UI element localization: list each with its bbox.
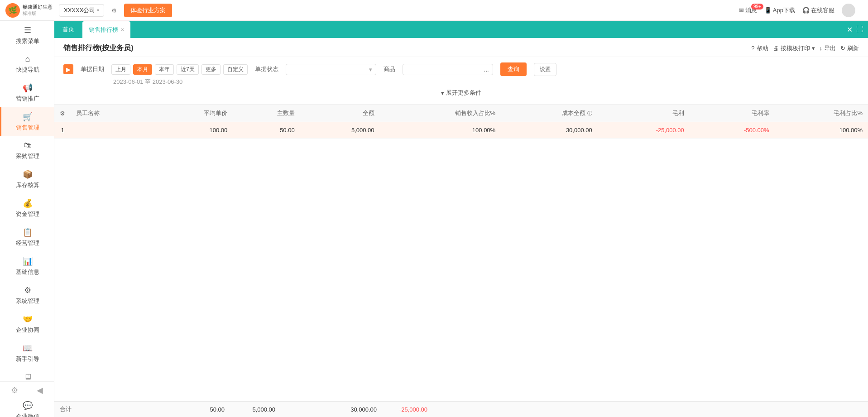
col-qty: 主数量 [233, 105, 300, 122]
avatar[interactable] [842, 4, 855, 17]
settings-page-button[interactable]: 设置 [534, 63, 556, 76]
goods-label: 商品 [384, 65, 395, 73]
print-button[interactable]: 🖨 按模板打印 ▾ [773, 44, 815, 53]
content-area: 首页 销售排行榜 × ✕ ⛶ 销售排行榜(按业务员) ? 帮助 [54, 21, 868, 417]
sidebar-label-wechat: 企业微信 [16, 412, 39, 417]
chevron-down-icon: ▾ [97, 8, 99, 13]
page-content: 销售排行榜(按业务员) ? 帮助 🖨 按模板打印 ▾ ↓ 导出 [54, 38, 868, 417]
sidebar-item-cooperation[interactable]: 🤝 企业协同 [0, 310, 54, 339]
export-icon: ↓ [820, 45, 823, 52]
tab-home[interactable]: 首页 [54, 21, 82, 38]
cell-rank: 1 [54, 122, 71, 139]
col-settings[interactable]: ⚙ [54, 105, 71, 122]
query-button[interactable]: 查询 [500, 62, 527, 76]
col-revenue-pct: 销售收入占比% [380, 105, 501, 122]
sidebar-item-inventory[interactable]: 📦 库存核算 [0, 165, 54, 194]
refresh-button[interactable]: ↻ 刷新 [840, 44, 859, 53]
wechat-icon: 💬 [23, 401, 33, 411]
filter-row: ▶ 单据日期 上月 本月 本年 近7天 更多 自定义 单据状态 ▾ [63, 62, 859, 76]
status-selector[interactable]: ▾ [286, 64, 376, 75]
app-label: App下载 [773, 6, 795, 14]
sidebar-item-marketing[interactable]: 📢 营销推广 [0, 78, 54, 107]
app-download-button[interactable]: 📱 App下载 [764, 6, 795, 14]
sidebar-item-management[interactable]: 📋 经营管理 [0, 223, 54, 252]
box-icon: 📦 [23, 169, 33, 179]
sidebar-label-guide: 新手引导 [16, 355, 39, 363]
date-btn-last-month[interactable]: 上月 [111, 64, 130, 75]
main-layout: ☰ 搜索菜单 ⌂ 快捷导航 📢 营销推广 🛒 销售管理 🛍 采购管理 📦 库存核… [0, 21, 868, 417]
cell-gross: -25,000.00 [598, 122, 690, 139]
table-footer: 合计 50.00 5,000.00 30,000.00 -25,000.00 [54, 401, 868, 417]
date-btn-custom[interactable]: 自定义 [223, 64, 248, 75]
date-btn-this-month[interactable]: 本月 [133, 64, 152, 75]
page-title: 销售排行榜(按业务员) [63, 43, 134, 53]
service-label: 在线客服 [811, 6, 834, 14]
monitor-icon: 🖥 [24, 372, 32, 382]
sidebar-item-guide[interactable]: 📖 新手引导 [0, 339, 54, 368]
maximize-icon[interactable]: ⛶ [856, 25, 863, 34]
filter-toggle-button[interactable]: ▶ [63, 64, 73, 74]
tab-sales-ranking[interactable]: 销售排行榜 × [82, 21, 130, 38]
table-container: ⚙ 员工名称 平均单价 主数量 全额 销售收入占比% 成本全额 ⓘ 毛利 [54, 105, 868, 401]
status-label: 单据状态 [255, 65, 278, 73]
settings-button[interactable]: ⚙ [108, 4, 120, 17]
sidebar-item-search[interactable]: ☰ 搜索菜单 [0, 21, 54, 50]
col-settings-icon: ⚙ [60, 110, 65, 117]
expand-conditions-button[interactable]: ▾ 展开更多条件 [441, 89, 481, 97]
message-icon: ✉ [739, 7, 744, 14]
goods-selector[interactable]: ... [403, 64, 493, 75]
sidebar-label-basicinfo: 基础信息 [16, 268, 39, 276]
sidebar-label-finance: 资金管理 [16, 210, 39, 218]
page-actions: ? 帮助 🖨 按模板打印 ▾ ↓ 导出 ↻ 刷新 [751, 44, 859, 53]
tab-close-icon[interactable]: × [121, 27, 124, 33]
help-button[interactable]: ? 帮助 [751, 44, 768, 53]
search-icon: ☰ [24, 25, 31, 35]
sidebar-label-marketing: 营销推广 [16, 95, 39, 103]
sidebar-label-cooperation: 企业协同 [16, 326, 39, 334]
date-btn-7days[interactable]: 近7天 [177, 64, 199, 75]
export-button[interactable]: ↓ 导出 [820, 44, 836, 53]
bag-icon: 🛍 [24, 141, 32, 150]
expand-row: ▾ 展开更多条件 [63, 86, 859, 99]
cell-revenue-pct: 100.00% [380, 122, 501, 139]
collapse-icon[interactable]: ◀ [37, 385, 43, 395]
minimize-icon[interactable]: ✕ [847, 25, 853, 34]
online-service-button[interactable]: 🎧 在线客服 [802, 6, 834, 14]
date-btn-this-year[interactable]: 本年 [155, 64, 174, 75]
sidebar-label-management: 经营管理 [16, 239, 39, 247]
col-gross: 毛利 [598, 105, 690, 122]
settings-bottom-icon[interactable]: ⚙ [11, 385, 18, 395]
top-bar: 🌿 畅康通好生意 标准版 XXXXX公司 ▾ ⚙ 体验行业方案 ✉ 消息 99+… [0, 0, 868, 21]
help-icon: ? [751, 45, 754, 52]
home-icon: ⌂ [25, 54, 30, 64]
sidebar-item-finance[interactable]: 💰 资金管理 [0, 194, 54, 223]
date-label: 单据日期 [81, 65, 104, 73]
cell-cost: 30,000.00 [501, 122, 598, 139]
data-table: ⚙ 员工名称 平均单价 主数量 全额 销售收入占比% 成本全额 ⓘ 毛利 [54, 105, 868, 139]
date-btn-more[interactable]: 更多 [201, 64, 221, 75]
sidebar-label-inventory: 库存核算 [16, 181, 39, 189]
sidebar-label-sales: 销售管理 [16, 124, 39, 132]
sidebar-item-sales[interactable]: 🛒 销售管理 [0, 107, 54, 136]
cell-avg-price: 100.00 [152, 122, 233, 139]
trial-button[interactable]: 体验行业方案 [124, 4, 172, 17]
sidebar-item-purchase[interactable]: 🛍 采购管理 [0, 136, 54, 165]
tab-bar-right: ✕ ⛶ [847, 25, 868, 34]
col-amount: 全额 [300, 105, 380, 122]
sidebar-item-wechat[interactable]: 💬 企业微信 [0, 396, 54, 417]
sidebar-item-quicknav[interactable]: ⌂ 快捷导航 [0, 50, 54, 78]
cell-employee [71, 122, 152, 139]
footer-amount: 5,000.00 [230, 406, 275, 413]
handshake-icon: 🤝 [23, 314, 33, 324]
sidebar-bottom: ⚙ ◀ [0, 381, 54, 399]
col-gross-pct: 毛利占比% [775, 105, 868, 122]
date-options: 上月 本月 本年 近7天 更多 自定义 [111, 64, 248, 75]
gear-icon: ⚙ [111, 7, 117, 14]
company-selector[interactable]: XXXXX公司 ▾ [59, 4, 104, 17]
sidebar-label-quicknav: 快捷导航 [16, 66, 39, 74]
cell-margin-rate: -500.00% [690, 122, 775, 139]
sidebar-item-system[interactable]: ⚙ 系统管理 [0, 281, 54, 310]
message-button[interactable]: ✉ 消息 99+ [739, 6, 757, 14]
footer-qty: 50.00 [188, 406, 225, 413]
sidebar-item-basicinfo[interactable]: 📊 基础信息 [0, 252, 54, 281]
